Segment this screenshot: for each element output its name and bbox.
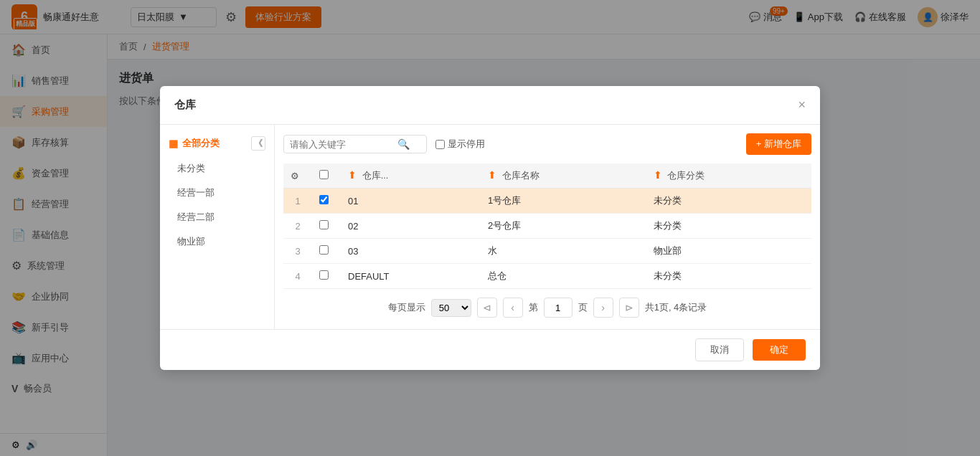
grid-icon: ▦ bbox=[169, 138, 178, 149]
search-input[interactable] bbox=[290, 139, 397, 150]
next-page-button[interactable]: › bbox=[593, 298, 613, 318]
cancel-button[interactable]: 取消 bbox=[695, 338, 744, 361]
page-unit: 页 bbox=[578, 301, 588, 314]
row-settings-4: 4 bbox=[283, 264, 312, 289]
sort-name-icon[interactable]: ⬆ bbox=[488, 169, 496, 181]
page-number-input[interactable] bbox=[544, 298, 573, 318]
select-all-checkbox[interactable] bbox=[319, 170, 329, 179]
settings-th-icon: ⚙ bbox=[291, 171, 299, 181]
category-all-header[interactable]: ▦ 全部分类 《 bbox=[160, 130, 274, 156]
row-checkbox-1[interactable] bbox=[312, 189, 341, 214]
search-input-wrap: 🔍 bbox=[283, 135, 427, 153]
category-panel: ▦ 全部分类 《 未分类 经营一部 经营二部 物业部 bbox=[160, 125, 275, 329]
table-container: ⚙ ⬆ 仓库... ⬆ bbox=[283, 163, 811, 289]
row-category-2: 未分类 bbox=[646, 214, 811, 239]
row-checkbox-4[interactable] bbox=[312, 264, 341, 289]
row-category-1: 未分类 bbox=[646, 189, 811, 214]
modal-header: 仓库 × bbox=[160, 86, 820, 125]
category-item-property[interactable]: 物业部 bbox=[160, 229, 274, 254]
row-name-1: 1号仓库 bbox=[481, 189, 646, 214]
prev-page-button[interactable]: ‹ bbox=[503, 298, 523, 318]
row-code-3: 03 bbox=[341, 239, 481, 264]
row-code-1: 01 bbox=[341, 189, 481, 214]
per-page-select[interactable]: 50 10 20 100 bbox=[431, 299, 471, 317]
right-panel: 🔍 显示停用 + 新增仓库 ⚙ bbox=[275, 125, 820, 329]
table-body: 1 01 1号仓库 未分类 2 02 2号仓库 bbox=[283, 189, 811, 289]
sort-code-icon[interactable]: ⬆ bbox=[348, 169, 357, 181]
warehouse-table: ⚙ ⬆ 仓库... ⬆ bbox=[283, 163, 811, 289]
last-page-button[interactable]: ⊳ bbox=[619, 298, 639, 318]
show-disabled-checkbox[interactable] bbox=[435, 140, 445, 149]
modal-overlay[interactable]: 仓库 × ▦ 全部分类 《 未分类 经营一部 bbox=[0, 0, 980, 456]
row-code-4: DEFAULT bbox=[341, 264, 481, 289]
table-row[interactable]: 1 01 1号仓库 未分类 bbox=[283, 189, 811, 214]
row-checkbox-2[interactable] bbox=[312, 214, 341, 239]
category-all-label: 全部分类 bbox=[182, 137, 220, 150]
show-disabled-label: 显示停用 bbox=[435, 138, 485, 151]
category-item-unclassified[interactable]: 未分类 bbox=[160, 156, 274, 181]
sort-category-icon[interactable]: ⬆ bbox=[654, 169, 662, 181]
confirm-button[interactable]: 确定 bbox=[753, 339, 806, 361]
page-label: 第 bbox=[529, 301, 538, 314]
row-name-3: 水 bbox=[481, 239, 646, 264]
total-info: 共1页, 4条记录 bbox=[645, 301, 707, 314]
search-bar: 🔍 显示停用 + 新增仓库 bbox=[283, 133, 811, 155]
modal-body: ▦ 全部分类 《 未分类 经营一部 经营二部 物业部 bbox=[160, 125, 820, 329]
row-name-4: 总仓 bbox=[481, 264, 646, 289]
pagination: 每页显示 50 10 20 100 ⊲ ‹ 第 页 › ⊳ 共1页, 4条记录 bbox=[283, 289, 811, 320]
th-checkbox bbox=[312, 163, 341, 189]
row-code-2: 02 bbox=[341, 214, 481, 239]
per-page-label: 每页显示 bbox=[388, 301, 425, 314]
th-settings: ⚙ bbox=[283, 163, 312, 189]
modal-close-button[interactable]: × bbox=[798, 98, 806, 113]
warehouse-modal: 仓库 × ▦ 全部分类 《 未分类 经营一部 bbox=[160, 86, 820, 370]
row-name-2: 2号仓库 bbox=[481, 214, 646, 239]
table-header: ⚙ ⬆ 仓库... ⬆ bbox=[283, 163, 811, 189]
th-code: ⬆ 仓库... bbox=[341, 163, 481, 189]
row-checkbox-3[interactable] bbox=[312, 239, 341, 264]
modal-footer: 取消 确定 bbox=[160, 329, 820, 370]
row-settings-2: 2 bbox=[283, 214, 312, 239]
row-category-3: 物业部 bbox=[646, 239, 811, 264]
search-icon[interactable]: 🔍 bbox=[397, 138, 410, 150]
category-item-dept2[interactable]: 经营二部 bbox=[160, 205, 274, 229]
th-category: ⬆ 仓库分类 bbox=[646, 163, 811, 189]
modal-title: 仓库 bbox=[174, 98, 196, 112]
table-row[interactable]: 3 03 水 物业部 bbox=[283, 239, 811, 264]
first-page-button[interactable]: ⊲ bbox=[477, 298, 497, 318]
add-warehouse-button[interactable]: + 新增仓库 bbox=[746, 133, 811, 155]
table-row[interactable]: 2 02 2号仓库 未分类 bbox=[283, 214, 811, 239]
row-settings-3: 3 bbox=[283, 239, 312, 264]
th-name: ⬆ 仓库名称 bbox=[481, 163, 646, 189]
category-item-dept1[interactable]: 经营一部 bbox=[160, 181, 274, 205]
row-settings-1: 1 bbox=[283, 189, 312, 214]
table-row[interactable]: 4 DEFAULT 总仓 未分类 bbox=[283, 264, 811, 289]
row-category-4: 未分类 bbox=[646, 264, 811, 289]
category-collapse-button[interactable]: 《 bbox=[251, 136, 265, 151]
